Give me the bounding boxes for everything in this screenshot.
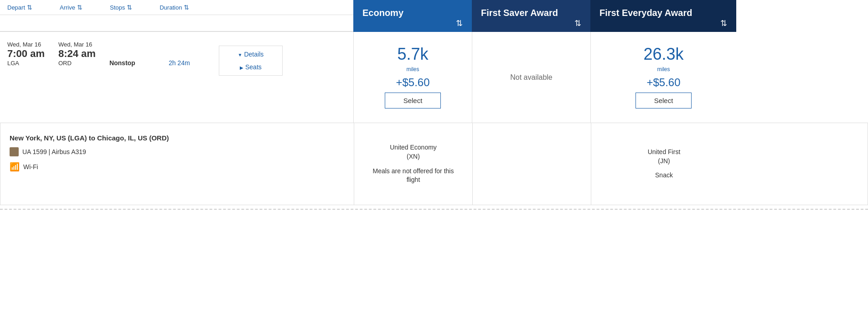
details-economy-cell: United Economy (XN) Meals are not offere… [354,123,472,205]
arrive-block: Wed, Mar 16 8:24 am ORD [58,41,96,76]
wifi-row: 📶 Wi-Fi [10,162,345,172]
first-everyday-price-cell: 26.3k miles +$5.60 Select [590,32,736,123]
sort-duration[interactable]: Duration [160,4,189,11]
bottom-divider [0,209,868,210]
first-saver-not-available: Not available [510,73,553,82]
first-everyday-miles-label: miles [657,66,670,72]
details-button[interactable]: Details [238,51,264,58]
sort-depart[interactable]: Depart [7,4,32,11]
economy-header: Economy ⇅ [353,0,472,32]
details-panel: New York, NY, US (LGA) to Chicago, IL, U… [0,123,868,205]
arrive-date: Wed, Mar 16 [58,41,96,48]
duration-text: 2h 24m [169,59,205,67]
flight-row: Wed, Mar 16 7:00 am LGA Wed, Mar 16 8:24… [0,32,868,123]
first-saver-header-title: First Saver Award [481,7,558,18]
arrive-time: 8:24 am [58,48,96,60]
depart-time: 7:00 am [7,48,45,60]
economy-price-cell: 5.7k miles +$5.60 Select [353,32,472,123]
stops-sort-icon [127,4,132,11]
sort-arrive[interactable]: Arrive [60,4,83,11]
economy-meal-info: Meals are not offered for this flight [373,167,454,185]
first-saver-header: First Saver Award ⇅ [472,0,590,32]
details-first-everyday-cell: United First (JN) Snack [591,123,737,205]
first-everyday-sort-btn[interactable]: ⇅ [720,18,727,28]
stops-text: Nonstop [109,59,155,67]
seats-expand-icon [240,63,243,71]
depart-airport: LGA [7,60,45,67]
stops-block: Nonstop [109,41,155,76]
details-flight-info: New York, NY, US (LGA) to Chicago, IL, U… [0,123,354,205]
airline-icon [10,147,19,156]
economy-select-button[interactable]: Select [385,93,441,108]
depart-date: Wed, Mar 16 [7,41,45,48]
first-everyday-tax: +$5.60 [646,76,680,89]
flight-info-cell: Wed, Mar 16 7:00 am LGA Wed, Mar 16 8:24… [0,32,353,123]
flight-info-header: Depart Arrive Stops Duration [0,0,353,32]
economy-tax: +$5.60 [396,76,429,89]
details-first-saver-cell [472,123,591,205]
economy-sort-btn[interactable]: ⇅ [456,18,463,28]
first-saver-sort-btn[interactable]: ⇅ [574,18,581,28]
duration-block: 2h 24m [169,41,205,76]
depart-sort-icon [27,4,32,11]
sort-row: Depart Arrive Stops Duration [0,0,353,15]
economy-miles-label: miles [406,66,419,72]
economy-header-title: Economy [362,7,403,18]
arrive-airport: ORD [58,60,96,67]
details-seats-panel: Details Seats [219,46,283,76]
route-title: New York, NY, US (LGA) to Chicago, IL, U… [10,134,345,142]
first-everyday-meal-info: Snack [655,171,673,180]
depart-block: Wed, Mar 16 7:00 am LGA [7,41,45,76]
sort-stops[interactable]: Stops [110,4,132,11]
seats-button[interactable]: Seats [240,63,262,71]
economy-cabin-class: United Economy (XN) [390,143,437,161]
first-everyday-cabin-class: United First (JN) [648,148,681,165]
economy-miles-amount: 5.7k [397,46,428,62]
first-saver-price-cell: Not available [472,32,590,123]
flight-times: Wed, Mar 16 7:00 am LGA Wed, Mar 16 8:24… [7,41,346,76]
duration-sort-icon [184,4,189,11]
flight-number: UA 1599 | Airbus A319 [22,148,86,155]
header-row: Depart Arrive Stops Duration Econo [0,0,868,32]
flight-number-row: UA 1599 | Airbus A319 [10,147,345,156]
first-everyday-miles-amount: 26.3k [643,46,683,62]
wifi-icon: 📶 [10,162,20,172]
details-expand-icon [238,51,243,58]
flight-results: Depart Arrive Stops Duration Econo [0,0,868,210]
first-everyday-header-title: First Everyday Award [599,7,692,18]
first-everyday-select-button[interactable]: Select [636,93,692,108]
first-everyday-header: First Everyday Award ⇅ [590,0,736,32]
arrive-sort-icon [77,4,83,11]
wifi-label: Wi-Fi [23,163,38,170]
